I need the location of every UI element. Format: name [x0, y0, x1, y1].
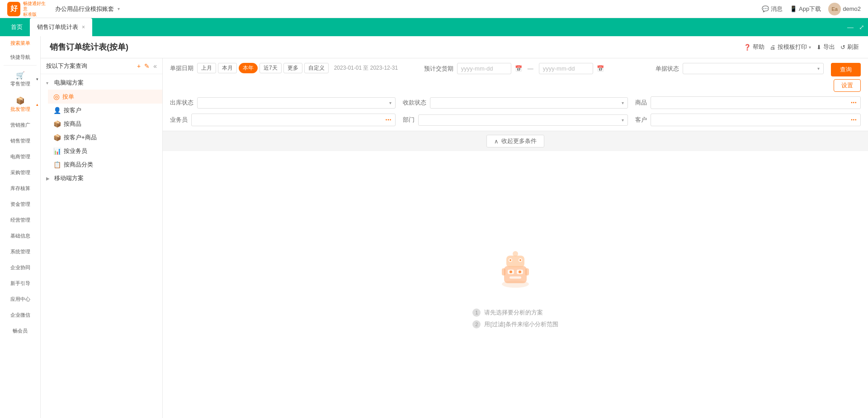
sidebar-item-basic[interactable]: 基础信息: [0, 228, 40, 244]
tip-num-1: 1: [472, 309, 481, 317]
scheme-cg-icon: 📦: [53, 134, 61, 141]
scheme-item-customer-goods[interactable]: 📦 按客户+商品: [48, 131, 162, 144]
minimize-icon[interactable]: —: [847, 24, 854, 31]
tip-item-2: 2 用[过滤]条件来缩小分析范围: [472, 320, 558, 328]
sidebar-item-ecommerce[interactable]: 电商管理: [0, 149, 40, 165]
svg-point-14: [519, 259, 521, 261]
calendar-to-icon[interactable]: 📅: [597, 65, 604, 72]
empty-illustration: [491, 241, 540, 299]
print-button[interactable]: 🖨 按模板打印 ▾: [770, 43, 811, 51]
print-dropdown-icon[interactable]: ▾: [809, 45, 811, 50]
sidebar-item-member[interactable]: 畅会员: [0, 323, 40, 339]
sidebar-item-system[interactable]: 系统管理: [0, 244, 40, 260]
expected-date-from-input[interactable]: [457, 63, 511, 74]
chevron-up-icon: ▴: [36, 102, 38, 107]
customer-more-icon[interactable]: ···: [851, 116, 857, 124]
sidebar-item-wholesale[interactable]: 📦 批发管理 ▴: [0, 92, 40, 117]
goods-label: 商品: [635, 99, 647, 107]
date-last7-btn[interactable]: 近7天: [259, 63, 282, 73]
tab-home[interactable]: 首页: [4, 18, 30, 36]
svg-rect-6: [509, 276, 521, 279]
sidebar-item-enterprise[interactable]: 企业协同: [0, 260, 40, 276]
customer-label: 客户: [635, 116, 647, 124]
top-right-actions: 💬 消息 📱 App下载 Ea demo2: [762, 3, 861, 15]
app-download-button[interactable]: 📱 App下载: [790, 5, 821, 13]
settings-button[interactable]: 设置: [834, 79, 861, 92]
content-area: 销售订单统计表(按单) ❓ 帮助 🖨 按模板打印 ▾ ⬇ 导出 ↺ 刷新: [41, 36, 868, 418]
sidebar-item-operations[interactable]: 经营管理: [0, 212, 40, 228]
bill-status-label: 单据状态: [656, 65, 679, 73]
scheme-item-customer[interactable]: 👤 按客户: [48, 104, 162, 117]
tab-bar: 首页 销售订单统计表 × — ⤢: [0, 18, 868, 36]
maximize-icon[interactable]: ⤢: [859, 24, 864, 31]
date-last-month-btn[interactable]: 上月: [197, 63, 216, 73]
add-scheme-icon[interactable]: +: [137, 62, 141, 70]
dept-label: 部门: [403, 116, 415, 124]
sidebar-item-marketing[interactable]: 营销推广: [0, 117, 40, 133]
refresh-button[interactable]: ↺ 刷新: [840, 43, 859, 51]
user-profile[interactable]: Ea demo2: [828, 3, 861, 15]
scheme-title: 按以下方案查询: [46, 62, 133, 70]
date-custom-btn[interactable]: 自定义: [304, 63, 329, 73]
scheme-salesman-icon: 📊: [53, 147, 61, 155]
help-button[interactable]: ❓ 帮助: [744, 43, 764, 51]
sales-rep-group: 业务员 ···: [170, 114, 396, 126]
collapse-button[interactable]: ∧ 收起更多条件: [486, 135, 544, 147]
sidebar-item-newbie[interactable]: 新手引导: [0, 276, 40, 291]
tip-item-1: 1 请先选择要分析的方案: [472, 309, 558, 317]
header-actions: ❓ 帮助 🖨 按模板打印 ▾ ⬇ 导出 ↺ 刷新: [744, 43, 859, 57]
tree-node-pc-row[interactable]: ▾ 电脑端方案: [41, 76, 162, 90]
collapse-scheme-icon[interactable]: «: [153, 62, 157, 70]
date-this-month-btn[interactable]: 本月: [218, 63, 237, 73]
goods-more-icon[interactable]: ···: [851, 99, 857, 107]
sidebar-item-wechat[interactable]: 企业微信: [0, 307, 40, 323]
date-more-btn[interactable]: 更多: [283, 63, 302, 73]
sales-rep-input[interactable]: ···: [191, 114, 396, 126]
svg-rect-7: [502, 268, 505, 276]
sidebar-item-finance[interactable]: 资金管理: [0, 196, 40, 212]
tab-sales-order[interactable]: 销售订单统计表 ×: [30, 18, 92, 36]
sidebar-item-purchase[interactable]: 采购管理: [0, 165, 40, 180]
sidebar-item-retail[interactable]: 🛒 零售管理 ▾: [0, 66, 40, 92]
date-range-text: 2023-01-01 至 2023-12-31: [334, 64, 398, 72]
chevron-down-icon: ▾: [36, 77, 38, 81]
query-button[interactable]: 查询: [831, 63, 861, 76]
avatar: Ea: [828, 3, 841, 15]
message-button[interactable]: 💬 消息: [762, 5, 783, 13]
sidebar-item-inventory[interactable]: 库存核算: [0, 180, 40, 196]
tree-arrow-right-icon: ▶: [46, 176, 52, 181]
expected-date-to-input[interactable]: [539, 63, 593, 74]
customer-input[interactable]: ···: [651, 114, 861, 126]
sidebar-item-quick-nav[interactable]: 快捷导航: [0, 50, 40, 64]
sidebar-item-sales[interactable]: 销售管理: [0, 133, 40, 149]
sidebar-item-search[interactable]: 搜索菜单: [0, 36, 40, 50]
close-tab-icon[interactable]: ×: [82, 24, 85, 30]
expected-date-label: 预计交货期: [424, 65, 453, 73]
scheme-item-goods[interactable]: 📦 按商品: [48, 117, 162, 131]
robot-svg: [491, 241, 540, 291]
sidebar-item-appstore[interactable]: 应用中心: [0, 291, 40, 307]
goods-input[interactable]: ···: [651, 96, 861, 109]
scheme-item-salesman[interactable]: 📊 按业务员: [48, 144, 162, 158]
bill-status-select[interactable]: [683, 63, 823, 74]
sales-rep-more-icon[interactable]: ···: [385, 116, 391, 124]
workspace-area: 办公用品行业模拟账套 ▾: [48, 5, 762, 13]
payment-select[interactable]: [430, 98, 628, 108]
dept-select[interactable]: [419, 115, 628, 125]
export-button[interactable]: ⬇ 导出: [816, 43, 835, 51]
delivery-select[interactable]: [198, 98, 395, 108]
expected-date-group: 预计交货期 📅 — 📅: [424, 63, 648, 74]
print-icon: 🖨: [770, 44, 776, 51]
scheme-item-category[interactable]: 📋 按商品分类: [48, 158, 162, 171]
date-quick-buttons: 上月 本月 本年 近7天 更多 自定义: [197, 63, 329, 73]
calendar-from-icon[interactable]: 📅: [515, 65, 522, 72]
date-this-year-btn[interactable]: 本年: [239, 63, 258, 73]
tree-node-mobile-row[interactable]: ▶ 移动端方案: [41, 171, 162, 185]
scheme-actions: + ✎ «: [137, 62, 157, 70]
goods-group: 商品 ···: [635, 96, 861, 109]
scheme-category-icon: 📋: [53, 161, 61, 168]
scheme-item-order[interactable]: ◎ 按单: [48, 90, 162, 104]
edit-scheme-icon[interactable]: ✎: [144, 62, 150, 70]
workspace-dropdown-icon[interactable]: ▾: [118, 6, 120, 11]
filter-row-1: 单据日期 上月 本月 本年 近7天 更多 自定义 2023-01-01 至 20…: [170, 63, 861, 92]
